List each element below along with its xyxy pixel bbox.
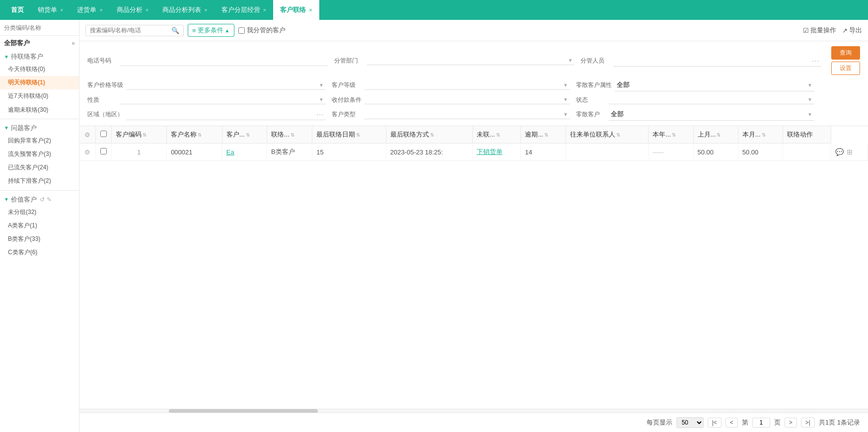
nav-sales-order[interactable]: 销货单 × [31, 0, 70, 20]
action-grid-icon[interactable]: ⊞ [847, 148, 853, 156]
th-checkbox[interactable] [95, 126, 111, 144]
filter-customer-type-label: 客户类型 [332, 110, 362, 119]
sidebar-item-class-b[interactable]: B类客户(33) [0, 232, 79, 246]
sidebar-search-input[interactable] [4, 24, 78, 31]
filter-customer-level-select[interactable]: ▼ [364, 81, 570, 90]
sidebar-item-repurchase[interactable]: 回购异常客户(2) [0, 134, 79, 147]
last-method-link[interactable]: 下销货单 [477, 148, 503, 155]
next-page-button[interactable]: > [785, 418, 797, 428]
per-page-select[interactable]: 50 100 200 [676, 417, 704, 428]
sidebar-item-tomorrow[interactable]: 明天待联络(1) [0, 76, 79, 89]
sidebar-group-value[interactable]: ▼ 价值客户 ↺ ✎ [0, 193, 79, 206]
nav-product-analysis-list[interactable]: 商品分析列表 × [155, 0, 214, 20]
arrow-icon: ▼ [4, 54, 9, 60]
filter-row-4: 区域（地区） ··· 客户类型 ▼ 零散客户 全部 ▼ [87, 108, 860, 121]
sidebar-item-7days[interactable]: 近7天待联络(0) [0, 89, 79, 103]
prev-page-button[interactable]: < [725, 418, 738, 428]
last-page-button[interactable]: >| [801, 418, 815, 428]
td-last-method[interactable]: 下销货单 [472, 144, 521, 161]
sort-icon[interactable]: ⇅ [616, 132, 620, 138]
filter-button[interactable]: ≡ 更多条件 ▲ [188, 24, 234, 37]
filter-panel: 电话号码 分管部门 ▼ 分管人员 ··· 查询 设置 [79, 41, 868, 126]
sort-icon[interactable]: ⇅ [290, 132, 294, 138]
refresh-icon[interactable]: ↺ [40, 196, 45, 203]
filter-row-3: 性质 ▼ 收付款条件 ▼ 状态 ▼ [87, 95, 860, 104]
filter-dept-select[interactable]: ▼ [367, 56, 575, 65]
filter-payment-select[interactable]: ▼ [364, 95, 570, 104]
th-last-date: 最后联络日期⇅ [312, 126, 386, 144]
nav-customer-tier[interactable]: 客户分层经营 × [215, 0, 273, 20]
filter-phone-input[interactable] [120, 56, 328, 66]
filter-retail-attr-select[interactable]: 全部 ▼ [615, 79, 814, 91]
sidebar-item-churned[interactable]: 已流失客户(24) [0, 161, 79, 174]
chevron-down-icon: ▼ [807, 82, 812, 88]
td-name[interactable]: Ea [222, 144, 267, 161]
content-area: 🔍 ≡ 更多条件 ▲ 我分管的客户 ☑ 批量操作 ↗ 导出 [79, 20, 868, 432]
sidebar-all-customers[interactable]: 全部客户 « [0, 36, 79, 50]
filter-row-2: 客户价格等级 ▼ 客户等级 ▼ 零散客户属性 全部 ▼ [87, 79, 860, 91]
sort-icon[interactable]: ⇅ [430, 132, 434, 138]
th-gear[interactable]: ⚙ [79, 126, 95, 144]
sort-icon[interactable]: ⇅ [246, 132, 250, 138]
batch-operation-button[interactable]: ☑ 批量操作 [803, 26, 836, 35]
horizontal-scrollbar[interactable] [79, 409, 868, 413]
sidebar-item-overdue[interactable]: 逾期未联络(30) [0, 103, 79, 117]
close-icon[interactable]: × [263, 7, 266, 13]
close-icon[interactable]: × [309, 7, 312, 13]
close-icon[interactable]: × [204, 7, 207, 13]
sidebar-group-problem[interactable]: ▼ 问题客户 [0, 121, 79, 134]
my-customers-checkbox[interactable]: 我分管的客户 [238, 26, 286, 35]
sort-icon[interactable]: ⇅ [198, 132, 202, 138]
nav-product-analysis[interactable]: 商品分析 × [110, 0, 155, 20]
sidebar-item-churn-warning[interactable]: 流失预警客户(3) [0, 147, 79, 161]
select-all-checkbox[interactable] [100, 131, 107, 137]
sidebar-item-declining[interactable]: 持续下滑客户(2) [0, 174, 79, 188]
filter-price-level-select[interactable]: ▼ [126, 81, 326, 90]
sort-icon[interactable]: ⇅ [672, 132, 676, 138]
export-button[interactable]: ↗ 导出 [842, 26, 862, 35]
page-input[interactable] [752, 418, 770, 428]
sort-icon[interactable]: ⇅ [762, 132, 766, 138]
settings-button[interactable]: 设置 [831, 62, 860, 75]
filter-nature-select[interactable]: ▼ [120, 95, 326, 104]
th-name: 客户名称⇅ [167, 126, 222, 144]
nav-purchase-order[interactable]: 进货单 × [70, 0, 109, 20]
close-icon[interactable]: × [99, 7, 102, 13]
close-icon[interactable]: × [145, 7, 148, 13]
filter-manager-dots[interactable]: ··· [812, 57, 819, 65]
td-checkbox[interactable] [95, 144, 111, 161]
sort-icon[interactable]: ⇅ [717, 132, 721, 138]
search-icon[interactable]: 🔍 [171, 27, 179, 34]
action-comment-icon[interactable]: 💬 [835, 148, 844, 156]
nav-home[interactable]: 首页 [4, 0, 31, 20]
sort-icon[interactable]: ⇅ [356, 132, 360, 138]
filter-status-select[interactable]: ▼ [609, 95, 814, 104]
filter-icon: ≡ [192, 27, 196, 34]
td-gear[interactable]: ⚙ [79, 144, 95, 161]
first-page-button[interactable]: |< [708, 418, 722, 428]
th-code: 客户编码⇅ [111, 126, 167, 144]
collapse-icon: « [72, 40, 75, 47]
my-customers-checkbox-input[interactable] [238, 27, 245, 34]
sidebar-item-class-a[interactable]: A类客户(1) [0, 219, 79, 232]
row-checkbox[interactable] [100, 148, 107, 154]
search-input[interactable] [90, 27, 169, 34]
page-unit: 页 [774, 418, 781, 427]
edit-icon[interactable]: ✎ [47, 196, 52, 203]
sort-icon[interactable]: ⇅ [544, 132, 548, 138]
nav-customer-contact[interactable]: 客户联络 × [273, 0, 319, 20]
customer-table: ⚙ 客户编码⇅ 客户名称⇅ 客户...⇅ 联络...⇅ 最后联络日期⇅ 最后联络… [79, 126, 868, 161]
sidebar-item-today[interactable]: 今天待联络(0) [0, 63, 79, 76]
sort-icon[interactable]: ⇅ [143, 132, 146, 138]
query-button[interactable]: 查询 [831, 46, 860, 60]
sidebar-item-class-c[interactable]: C类客户(6) [0, 246, 79, 259]
sidebar-item-ungrouped[interactable]: 未分组(32) [0, 206, 79, 219]
filter-customer-type-select[interactable]: ▼ [364, 110, 570, 119]
filter-region-dots[interactable]: ··· [316, 110, 324, 118]
sort-icon[interactable]: ⇅ [496, 132, 500, 138]
sidebar-group-pending[interactable]: ▼ 待联络客户 [0, 50, 79, 63]
filter-retail-select[interactable]: 全部 ▼ [609, 108, 814, 121]
filter-status: 状态 ▼ [576, 95, 814, 104]
customer-name-link[interactable]: Ea [226, 148, 234, 156]
close-icon[interactable]: × [60, 7, 63, 13]
